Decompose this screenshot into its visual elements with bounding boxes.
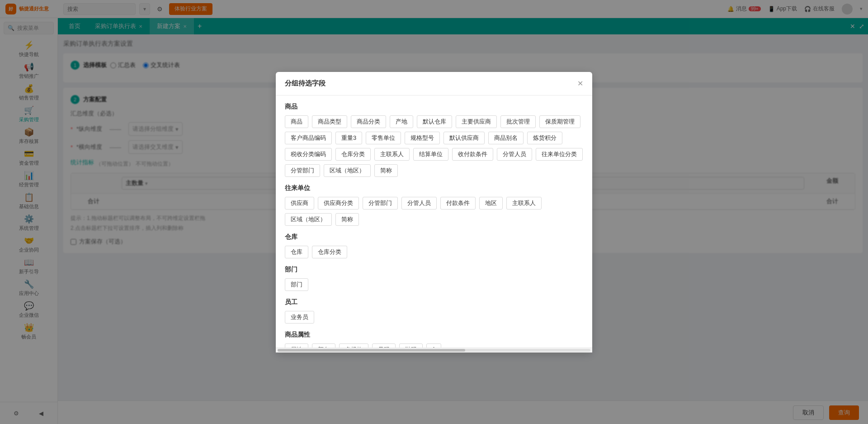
partner-field-tags: 供应商 供应商分类 分管部门 分管人员 付款条件 地区 主联系人 区域（地区） …	[285, 197, 583, 226]
field-tag-partner-area[interactable]: 地区	[479, 197, 503, 210]
modal-body: 商品 商品 商品类型 商品分类 产地 默认仓库 主要供应商 批次管理 保质期管理…	[276, 95, 592, 286]
field-tag-department[interactable]: 部门	[285, 278, 308, 286]
section-warehouse: 仓库 仓库 仓库分类	[285, 233, 583, 258]
field-tag-batch-mgmt[interactable]: 批次管理	[500, 115, 536, 128]
field-tag-supplier[interactable]: 供应商	[285, 197, 314, 210]
field-tag-product-category[interactable]: 商品分类	[351, 115, 386, 128]
field-tag-partner-category[interactable]: 往来单位分类	[536, 148, 583, 161]
field-tag-refine-points[interactable]: 炼货积分	[527, 132, 562, 144]
field-tag-dept[interactable]: 分管部门	[285, 164, 320, 177]
section-warehouse-title: 仓库	[285, 233, 583, 241]
section-partner: 往来单位 供应商 供应商分类 分管部门 分管人员 付款条件 地区 主联系人 区域…	[285, 184, 583, 226]
field-tag-product-alias[interactable]: 商品别名	[488, 132, 524, 144]
modal-header: 分组待选字段 ✕	[276, 72, 592, 95]
field-tag-origin[interactable]: 产地	[390, 115, 413, 128]
modal-close-btn[interactable]: ✕	[577, 79, 583, 88]
field-tag-partner-payment[interactable]: 付款条件	[440, 197, 476, 210]
field-tag-partner-dept[interactable]: 分管部门	[363, 197, 398, 210]
field-tag-default-supplier[interactable]: 默认供应商	[443, 132, 485, 144]
field-tag-partner-supervisor[interactable]: 分管人员	[401, 197, 437, 210]
field-tag-partner-region[interactable]: 区域（地区）	[285, 213, 332, 226]
section-product: 商品 商品 商品类型 商品分类 产地 默认仓库 主要供应商 批次管理 保质期管理…	[285, 103, 583, 177]
field-tag-spec-model[interactable]: 规格型号	[405, 132, 440, 144]
field-select-modal: 分组待选字段 ✕ 商品 商品 商品类型 商品分类 产地 默认仓库 主要供应商 批…	[276, 72, 592, 286]
field-tag-partner-contact[interactable]: 主联系人	[506, 197, 542, 210]
warehouse-field-tags: 仓库 仓库分类	[285, 246, 583, 258]
field-tag-settlement-unit[interactable]: 结算单位	[413, 148, 448, 161]
section-dept-title: 部门	[285, 266, 583, 274]
field-tag-product[interactable]: 商品	[285, 115, 308, 128]
field-tag-product-type[interactable]: 商品类型	[312, 115, 347, 128]
field-tag-supervisor[interactable]: 分管人员	[497, 148, 532, 161]
field-tag-retail-unit[interactable]: 零售单位	[366, 132, 401, 144]
field-tag-customer-code[interactable]: 客户商品编码	[285, 132, 332, 144]
field-tag-default-warehouse[interactable]: 默认仓库	[417, 115, 452, 128]
field-tag-payment-terms[interactable]: 收付款条件	[452, 148, 493, 161]
dept-field-tags: 部门	[285, 278, 583, 286]
modal-overlay: 分组待选字段 ✕ 商品 商品 商品类型 商品分类 产地 默认仓库 主要供应商 批…	[0, 0, 868, 286]
field-tag-region[interactable]: 区域（地区）	[324, 164, 371, 177]
section-product-title: 商品	[285, 103, 583, 111]
section-dept: 部门 部门	[285, 266, 583, 286]
modal-title: 分组待选字段	[285, 79, 326, 88]
field-tag-warehouse-cat[interactable]: 仓库分类	[312, 246, 347, 258]
field-tag-short-name[interactable]: 简称	[374, 164, 398, 177]
field-tag-main-supplier[interactable]: 主要供应商	[456, 115, 497, 128]
field-tag-warehouse-category[interactable]: 仓库分类	[335, 148, 371, 161]
field-tag-partner-short[interactable]: 简称	[335, 213, 359, 226]
section-partner-title: 往来单位	[285, 184, 583, 192]
field-tag-warehouse[interactable]: 仓库	[285, 246, 308, 258]
field-tag-tax-code[interactable]: 税收分类编码	[285, 148, 332, 161]
field-tag-supplier-category[interactable]: 供应商分类	[318, 197, 359, 210]
field-tag-weight3[interactable]: 重量3	[335, 132, 362, 144]
field-tag-main-contact[interactable]: 主联系人	[374, 148, 410, 161]
field-tag-quality-mgmt[interactable]: 保质期管理	[539, 115, 580, 128]
product-field-tags: 商品 商品类型 商品分类 产地 默认仓库 主要供应商 批次管理 保质期管理 客户…	[285, 115, 583, 177]
